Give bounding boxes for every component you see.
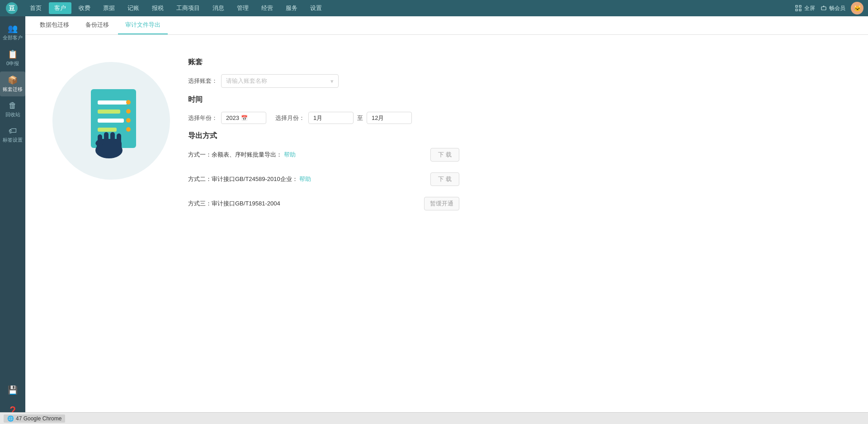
method3-label: 方式三：审计接口GB/T19581-2004 — [188, 200, 420, 208]
nav-home[interactable]: 首页 — [24, 2, 47, 14]
svg-rect-6 — [821, 7, 826, 10]
month-end-select[interactable]: 1月2月3月 4月5月6月 7月8月9月 10月11月12月 — [367, 112, 412, 124]
tab-bar: 数据包迁移 备份迁移 审计文件导出 — [25, 16, 868, 35]
content-area: 账套 选择账套： 请输入账套名称 ▾ 时间 选择年份： 2023 📅 — [25, 35, 868, 424]
svg-rect-5 — [799, 9, 801, 11]
all-customers-icon: 👥 — [8, 24, 18, 33]
nav-customer[interactable]: 客户 — [49, 2, 71, 14]
method1-download-btn[interactable]: 下 载 — [430, 148, 459, 162]
svg-rect-9 — [98, 100, 127, 105]
nav-settings[interactable]: 设置 — [305, 2, 327, 14]
zero-declare-icon: 📋 — [8, 49, 18, 59]
nav-bookkeeping[interactable]: 记账 — [122, 2, 145, 14]
svg-marker-7 — [823, 5, 825, 7]
account-section-title: 账套 — [188, 57, 459, 67]
svg-rect-4 — [796, 9, 797, 11]
sidebar-label-zero-declare: 0申报 — [6, 60, 19, 67]
top-nav: 豆 首页 客户 收费 票据 记账 报税 工商项目 消息 管理 经营 服务 设置 … — [0, 0, 868, 16]
export-method-3-row: 方式三：审计接口GB/T19581-2004 暂缓开通 — [188, 197, 459, 210]
svg-rect-2 — [796, 5, 797, 7]
chevron-down-icon: ▾ — [330, 78, 334, 85]
export-section-title: 导出方式 — [188, 131, 459, 141]
export-method-2-row: 方式二：审计接口GB/T24589-2010企业： 帮助 下 载 — [188, 172, 459, 186]
sidebar-item-recycle[interactable]: 🗑 回收站 — [0, 97, 25, 122]
sidebar-label-recycle: 回收站 — [5, 111, 20, 118]
svg-rect-12 — [98, 128, 117, 132]
date-separator: 至 — [357, 114, 363, 122]
tab-backup-migrate[interactable]: 备份迁移 — [78, 16, 116, 34]
illustration-wrap — [52, 53, 170, 406]
nav-invoice[interactable]: 票据 — [98, 2, 120, 14]
nav-right: 全屏 畅会员 🐱 — [795, 2, 863, 14]
nav-message[interactable]: 消息 — [207, 2, 230, 14]
sidebar-item-tag-settings[interactable]: 🏷 标签设置 — [0, 123, 25, 147]
sidebar-item-zero-declare[interactable]: 📋 0申报 — [0, 46, 25, 71]
account-label: 选择账套： — [188, 77, 217, 85]
svg-point-16 — [126, 127, 131, 132]
nav-manage[interactable]: 管理 — [231, 2, 254, 14]
tab-audit-export[interactable]: 审计文件导出 — [118, 16, 168, 34]
nav-fee[interactable]: 收费 — [73, 2, 96, 14]
svg-rect-3 — [799, 5, 801, 7]
form-section: 账套 选择账套： 请输入账套名称 ▾ 时间 选择年份： 2023 📅 — [188, 53, 459, 406]
year-label: 选择年份： — [188, 114, 217, 122]
main-content: 数据包迁移 备份迁移 审计文件导出 — [25, 16, 868, 424]
nav-operation[interactable]: 经营 — [256, 2, 278, 14]
method2-download-btn[interactable]: 下 载 — [430, 172, 459, 186]
sidebar-label-tag-settings: 标签设置 — [3, 137, 23, 143]
taskbar: 🌐 47 Google Chrome — [0, 412, 868, 424]
tag-settings-icon: 🏷 — [9, 126, 17, 136]
member-btn[interactable]: 畅会员 — [821, 5, 845, 12]
svg-point-14 — [126, 109, 131, 114]
sidebar: 👥 全部客户 📋 0申报 📦 账套迁移 🗑 回收站 🏷 标签设置 💾 ❓ — [0, 16, 25, 424]
svg-rect-23 — [117, 133, 121, 143]
taskbar-chrome-item[interactable]: 🌐 47 Google Chrome — [4, 414, 65, 423]
svg-rect-11 — [98, 119, 124, 123]
sidebar-label-all-customers: 全部客户 — [3, 34, 23, 41]
download-icon: 💾 — [8, 385, 18, 395]
sidebar-item-all-customers[interactable]: 👥 全部客户 — [0, 20, 25, 45]
month-label: 选择月份： — [275, 114, 305, 122]
account-migrate-icon: 📦 — [8, 75, 18, 85]
month-start-select[interactable]: 1月2月3月 4月5月6月 7月8月9月 10月11月12月 — [308, 112, 354, 124]
illustration-circle — [52, 62, 170, 180]
svg-rect-20 — [98, 134, 102, 146]
svg-rect-10 — [98, 110, 120, 114]
illustration-svg — [71, 76, 152, 166]
year-input[interactable]: 2023 📅 — [221, 112, 266, 124]
method2-label: 方式二：审计接口GB/T24589-2010企业： 帮助 — [188, 175, 427, 183]
user-avatar[interactable]: 🐱 — [851, 2, 863, 14]
svg-point-13 — [126, 100, 131, 105]
nav-items: 首页 客户 收费 票据 记账 报税 工商项目 消息 管理 经营 服务 设置 — [24, 2, 795, 14]
nav-tax[interactable]: 报税 — [146, 2, 169, 14]
time-row: 选择年份： 2023 📅 选择月份： 1月2月3月 4月5月6月 7月8月9月 … — [188, 112, 459, 124]
nav-business[interactable]: 工商项目 — [171, 2, 205, 14]
method1-label: 方式一：余额表、序时账批量导出： 帮助 — [188, 151, 427, 159]
chrome-icon: 🌐 — [7, 415, 14, 422]
method3-soon-btn[interactable]: 暂缓开通 — [424, 197, 459, 210]
export-method-1-row: 方式一：余额表、序时账批量导出： 帮助 下 载 — [188, 148, 459, 162]
sidebar-item-bottom1[interactable]: 💾 — [0, 381, 25, 400]
calendar-icon: 📅 — [241, 115, 248, 121]
time-section-title: 时间 — [188, 95, 459, 105]
svg-rect-21 — [104, 132, 108, 143]
sidebar-item-account-migrate[interactable]: 📦 账套迁移 — [0, 71, 25, 96]
tab-data-migrate[interactable]: 数据包迁移 — [33, 16, 76, 34]
app-layout: 👥 全部客户 📋 0申报 📦 账套迁移 🗑 回收站 🏷 标签设置 💾 ❓ — [0, 16, 868, 424]
svg-text:豆: 豆 — [9, 5, 15, 12]
recycle-icon: 🗑 — [9, 101, 17, 110]
svg-rect-22 — [110, 132, 115, 143]
account-row: 选择账套： 请输入账套名称 ▾ — [188, 74, 459, 88]
method1-help-link[interactable]: 帮助 — [284, 151, 296, 158]
taskbar-item-label: 47 Google Chrome — [16, 415, 61, 422]
sidebar-label-account-migrate: 账套迁移 — [3, 86, 23, 93]
app-logo: 豆 — [5, 1, 19, 15]
fullscreen-btn[interactable]: 全屏 — [795, 5, 815, 12]
svg-point-15 — [126, 118, 131, 123]
account-select[interactable]: 请输入账套名称 ▾ — [221, 74, 339, 88]
nav-service[interactable]: 服务 — [280, 2, 303, 14]
method2-help-link[interactable]: 帮助 — [299, 176, 311, 182]
